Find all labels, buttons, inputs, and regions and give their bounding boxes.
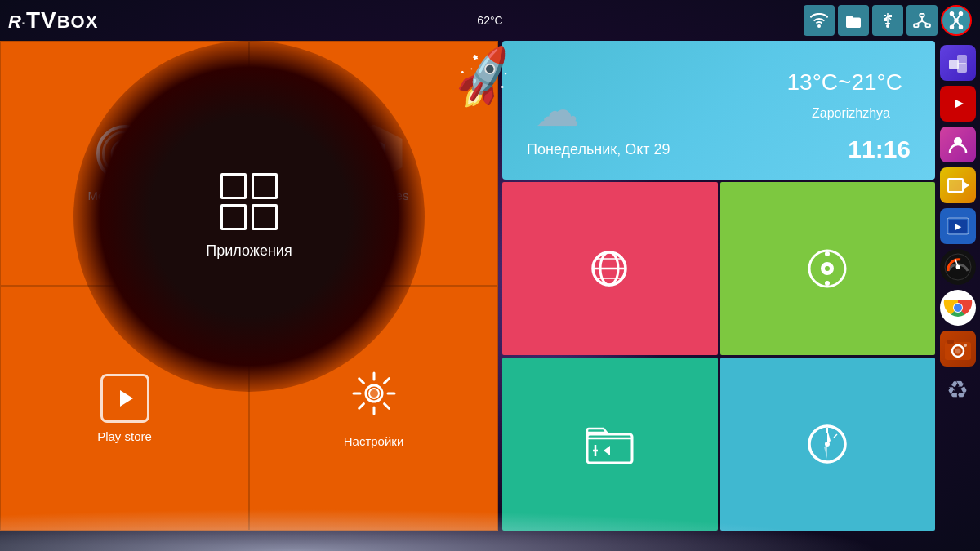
compass-browser-tile[interactable] xyxy=(720,358,936,531)
cube-app-icon[interactable] xyxy=(940,45,976,81)
camera-app-icon[interactable] xyxy=(940,331,976,367)
svg-point-36 xyxy=(825,281,830,286)
svg-rect-48 xyxy=(957,63,967,73)
svg-rect-7 xyxy=(914,24,918,28)
svg-point-12 xyxy=(951,12,954,16)
file-manager-tile[interactable] xyxy=(502,358,718,531)
speedtest-icon[interactable] xyxy=(940,249,976,285)
settings-icon xyxy=(350,369,399,428)
wifi-icon[interactable] xyxy=(804,5,835,36)
svg-marker-53 xyxy=(964,182,969,189)
svg-point-0 xyxy=(886,24,889,28)
usb-icon[interactable] xyxy=(872,5,903,36)
youtube-icon[interactable] xyxy=(940,86,976,122)
side-app-bar: ▶ ♻ xyxy=(935,41,980,531)
folder-status-icon[interactable] xyxy=(838,5,869,36)
svg-rect-4 xyxy=(884,18,887,21)
media-center-cell[interactable]: Media Center xyxy=(0,41,249,286)
svg-line-11 xyxy=(922,21,928,24)
weather-date: Понедельник, Окт 29 xyxy=(527,141,670,158)
internet-explorer-tile[interactable] xyxy=(502,182,718,355)
svg-point-13 xyxy=(960,12,963,16)
main-menu-grid: Media Center My Favorites Play store xyxy=(0,41,498,531)
weather-city: Zaporizhzhya xyxy=(812,106,890,121)
my-favorites-icon xyxy=(345,125,403,182)
my-favorites-label: My Favorites xyxy=(339,189,409,202)
music-player-tile[interactable] xyxy=(720,182,936,355)
settings-cell[interactable]: Настройки xyxy=(249,286,498,531)
media-center-icon xyxy=(96,125,154,182)
weather-temperature: 13°C~21°C xyxy=(787,69,902,96)
svg-rect-5 xyxy=(889,15,892,17)
app-tiles-grid xyxy=(502,182,935,531)
play-store-cell[interactable]: Play store xyxy=(0,286,249,531)
chrome-icon[interactable] xyxy=(940,290,976,326)
media-app-icon[interactable] xyxy=(940,167,976,203)
weather-time: 11:16 xyxy=(848,136,911,163)
recycle-icon[interactable]: ♻ xyxy=(940,371,976,407)
svg-point-15 xyxy=(951,25,954,29)
app-logo: R-TVBOX xyxy=(8,7,98,33)
svg-point-34 xyxy=(825,266,830,271)
svg-point-63 xyxy=(954,304,962,312)
svg-marker-24 xyxy=(120,390,133,407)
svg-point-14 xyxy=(955,19,958,22)
svg-rect-8 xyxy=(926,24,930,28)
weather-cloud-icon: ☁ xyxy=(535,84,580,136)
settings-label: Настройки xyxy=(344,434,404,448)
svg-rect-52 xyxy=(948,179,963,192)
svg-rect-6 xyxy=(920,14,924,17)
video-app-icon[interactable]: ▶ xyxy=(940,208,976,244)
svg-line-10 xyxy=(916,21,922,24)
svg-point-16 xyxy=(960,25,963,29)
social-app-icon[interactable] xyxy=(940,127,976,162)
svg-point-18 xyxy=(118,147,131,160)
svg-point-17 xyxy=(112,140,138,167)
svg-rect-65 xyxy=(947,340,954,344)
network-icon[interactable] xyxy=(906,5,938,36)
svg-point-19 xyxy=(122,151,127,156)
svg-text:▶: ▶ xyxy=(955,222,962,231)
svg-point-35 xyxy=(825,251,830,256)
svg-line-45 xyxy=(834,434,837,438)
cpu-temperature: 62°C xyxy=(477,14,502,27)
weather-tile: ☁ 13°C~21°C Zaporizhzhya Понедельник, Ок… xyxy=(502,41,935,180)
weather-date-time: Понедельник, Окт 29 11:16 xyxy=(502,136,935,163)
settings-active-icon[interactable] xyxy=(941,5,972,36)
play-store-icon xyxy=(100,374,149,423)
svg-point-26 xyxy=(369,389,379,398)
right-panel: ☁ 13°C~21°C Zaporizhzhya Понедельник, Ок… xyxy=(502,41,935,531)
svg-point-59 xyxy=(956,265,960,269)
play-store-label: Play store xyxy=(97,429,152,443)
media-center-label: Media Center xyxy=(87,189,161,202)
svg-marker-43 xyxy=(824,444,827,459)
status-icons-bar xyxy=(804,5,972,36)
svg-point-68 xyxy=(964,344,967,347)
svg-point-67 xyxy=(955,349,960,354)
top-bar: R-TVBOX 62°C xyxy=(0,0,980,41)
